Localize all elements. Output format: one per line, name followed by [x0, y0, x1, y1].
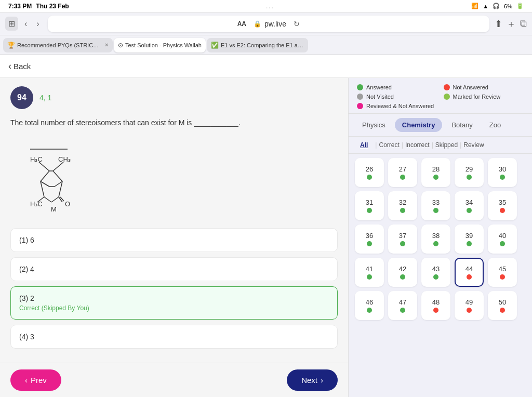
q-cell-27[interactable]: 27 [388, 158, 417, 187]
tab-e1-vs-e2[interactable]: ✅ E1 vs E2: Comparing the E1 and E2 Reac… [207, 38, 308, 52]
svg-text:H₃C: H₃C [30, 155, 43, 163]
q-cell-46[interactable]: 46 [355, 291, 384, 320]
tab-physics[interactable]: Physics [355, 118, 393, 132]
legend-not-answered: Not Answered [444, 84, 524, 90]
q-cell-47[interactable]: 47 [388, 291, 417, 320]
next-button[interactable]: Next › [287, 369, 338, 391]
svg-line-10 [44, 197, 51, 202]
q-cell-38[interactable]: 38 [421, 224, 450, 254]
browser-chrome: ⊞ ‹ › AA 🔒 pw.live ↻ ⬆ ＋ ⧉ [0, 12, 532, 35]
q-cell-39[interactable]: 39 [455, 224, 484, 254]
legend-dot-not-visited [357, 94, 363, 100]
q-cell-35[interactable]: 35 [488, 191, 517, 220]
q-dot-49 [467, 308, 472, 313]
q-cell-30[interactable]: 30 [488, 158, 517, 187]
legend-marked-review: Marked for Review [444, 94, 524, 100]
option-2[interactable]: (2) 4 [10, 257, 338, 281]
address-bar[interactable]: AA 🔒 pw.live ↻ [48, 16, 489, 32]
q-dot-40 [500, 241, 505, 246]
q-cell-33[interactable]: 33 [421, 191, 450, 220]
reload-button[interactable]: ↻ [294, 20, 300, 28]
legend-dot-answered [357, 84, 363, 90]
q-cell-37[interactable]: 37 [388, 224, 417, 254]
grid-row-1: 26 27 28 29 30 [355, 158, 526, 187]
q-cell-29[interactable]: 29 [455, 158, 484, 187]
legend-label-reviewed-not-answered: Reviewed & Not Answered [366, 103, 434, 109]
q-dot-30 [500, 175, 505, 180]
q-cell-34[interactable]: 34 [455, 191, 484, 220]
tab-botany[interactable]: Botany [444, 118, 480, 132]
tab-zoo[interactable]: Zoo [482, 118, 508, 132]
share-button[interactable]: ⬆ [495, 18, 502, 30]
legend: Answered Not Answered Not Visited Marked… [349, 78, 532, 114]
q-cell-49[interactable]: 49 [455, 291, 484, 320]
option-4-label: (4) 3 [19, 333, 34, 341]
svg-line-11 [51, 197, 59, 202]
svg-line-3 [39, 162, 49, 171]
tabs-overview-button[interactable]: ⧉ [520, 18, 527, 29]
bottom-navigation: ‹ Prev Next › [0, 363, 348, 397]
legend-not-visited: Not Visited [357, 94, 437, 100]
tab-label-pyqs: Recommended PYQs (STRICTLY NCERT Base... [17, 42, 100, 48]
q-cell-48[interactable]: 48 [421, 291, 450, 320]
new-tab-button[interactable]: ＋ [507, 18, 516, 30]
q-dot-26 [367, 175, 372, 180]
q-dot-37 [400, 241, 405, 246]
tab-close-pyqs[interactable]: ✕ [104, 42, 109, 48]
back-button[interactable]: ‹ Back [8, 61, 31, 72]
q-cell-32[interactable]: 32 [388, 191, 417, 220]
filter-all[interactable]: All [355, 140, 373, 150]
question-panel: 94 4, 1 The total number of stereoisomer… [0, 78, 348, 397]
filter-separator-1: | [375, 141, 377, 149]
tab-recommended-pyqs[interactable]: 🏆 Recommended PYQs (STRICTLY NCERT Base.… [3, 38, 113, 52]
question-text: The total number of stereoisomers that c… [10, 117, 338, 128]
tab-test-solution[interactable]: ⊙ Test Solution - Physics Wallah [114, 38, 206, 52]
filter-separator-4: | [460, 141, 461, 149]
filter-skipped-label: Skipped [435, 141, 458, 149]
filter-correct-label: Correct [379, 141, 399, 149]
option-1[interactable]: (1) 6 [10, 228, 338, 252]
q-cell-50[interactable]: 50 [488, 291, 517, 320]
filter-incorrect-label: Incorrect [405, 141, 430, 149]
sidebar-toggle-button[interactable]: ⊞ [5, 17, 18, 31]
q-cell-28[interactable]: 28 [421, 158, 450, 187]
q-cell-31[interactable]: 31 [355, 191, 384, 220]
battery-icon: 🔋 [516, 3, 524, 9]
tab-chemistry[interactable]: Chemistry [395, 118, 443, 132]
q-cell-43[interactable]: 43 [421, 258, 450, 287]
forward-browser-button[interactable]: › [33, 17, 42, 31]
prev-label: Prev [31, 376, 47, 385]
q-dot-27 [400, 175, 405, 180]
status-date: Thu 23 Feb [36, 3, 69, 10]
q-cell-36[interactable]: 36 [355, 224, 384, 254]
tab-icon-test: ⊙ [118, 42, 123, 49]
back-chevron-icon: ‹ [8, 61, 11, 72]
q-cell-40[interactable]: 40 [488, 224, 517, 254]
option-4[interactable]: (4) 3 [10, 325, 338, 349]
back-label: Back [14, 62, 31, 71]
q-dot-33 [433, 208, 438, 213]
option-3-label: (3) 2 [19, 294, 34, 302]
filter-review-label: Review [463, 141, 484, 149]
q-cell-42[interactable]: 42 [388, 258, 417, 287]
status-dots: ... [266, 3, 274, 10]
q-dot-47 [400, 308, 405, 313]
q-cell-45[interactable]: 45 [488, 258, 517, 287]
svg-text:CH₃: CH₃ [58, 155, 71, 163]
legend-label-answered: Answered [366, 84, 392, 90]
svg-line-6 [41, 171, 49, 181]
q-cell-26[interactable]: 26 [355, 158, 384, 187]
back-browser-button[interactable]: ‹ [21, 17, 30, 31]
grid-row-3: 36 37 38 39 40 [355, 224, 526, 254]
option-1-label: (1) 6 [19, 236, 34, 244]
option-3[interactable]: (3) 2 Correct (Skipped By You) [10, 286, 338, 320]
q-cell-41[interactable]: 41 [355, 258, 384, 287]
q-dot-28 [433, 175, 438, 180]
q-dot-43 [433, 274, 438, 280]
status-icons: 📶 ▲ 🎧 6% 🔋 [471, 3, 524, 9]
font-size-control[interactable]: AA [237, 20, 246, 28]
option-2-label: (2) 4 [19, 265, 34, 273]
q-cell-44[interactable]: 44 [455, 258, 484, 287]
prev-button[interactable]: ‹ Prev [10, 369, 61, 391]
navigator-panel: Answered Not Answered Not Visited Marked… [348, 78, 532, 397]
